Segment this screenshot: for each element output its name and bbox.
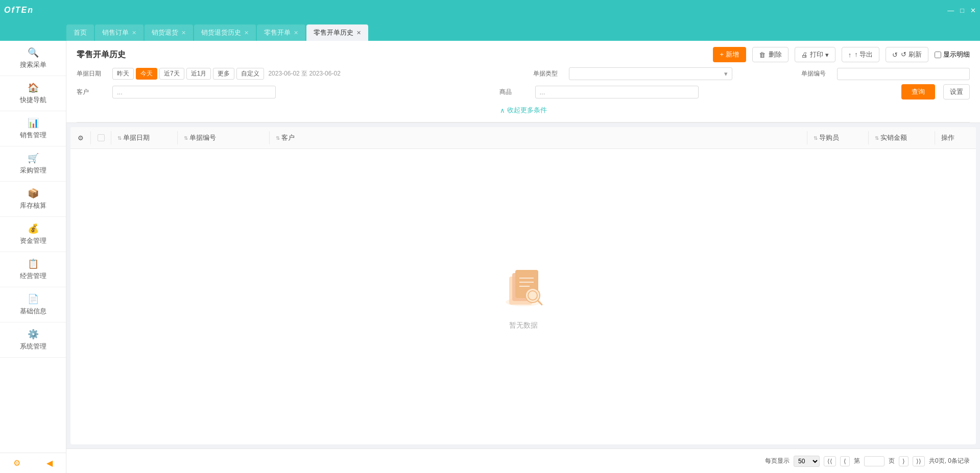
export-button[interactable]: ↑ ↑ 导出: [842, 47, 880, 62]
sidebar-item-finance[interactable]: 💰 资金管理: [0, 217, 66, 252]
tab-sales-return-history-close[interactable]: ✕: [244, 30, 249, 36]
per-page-select[interactable]: 50 10 20 100: [794, 456, 820, 467]
sidebar-bottom: ⚙ ◀: [0, 453, 66, 473]
bill-no-input[interactable]: [837, 68, 970, 80]
display-detail-checkbox-row[interactable]: 显示明细: [935, 50, 970, 59]
page-label: 第: [854, 457, 860, 465]
collapse-label: 收起更多条件: [507, 106, 547, 115]
sidebar-item-search[interactable]: 🔍 搜索采单: [0, 41, 66, 76]
tab-sales-return[interactable]: 销货退货 ✕: [145, 24, 193, 41]
sales-icon: 📊: [28, 117, 39, 129]
bill-no-label: 单据编号: [801, 69, 832, 78]
sidebar-item-inventory[interactable]: 📦 库存核算: [0, 182, 66, 217]
customer-select[interactable]: ...: [112, 86, 276, 98]
refresh-icon: ↺: [892, 51, 898, 59]
main-layout: 🔍 搜索采单 🏠 快捷导航 📊 销售管理 🛒 采购管理 📦 库存核算 💰 资金管…: [0, 41, 980, 473]
empty-text: 暂无数据: [509, 321, 538, 330]
display-detail-checkbox[interactable]: [935, 52, 941, 58]
tab-sales-order-close[interactable]: ✕: [132, 30, 136, 36]
th-customer[interactable]: ⇅ 客户: [270, 131, 807, 144]
page-title: 零售开单历史: [77, 49, 126, 60]
tab-retail-open-label: 零售开单: [264, 28, 291, 37]
th-amount[interactable]: ⇅ 实销金额: [869, 131, 935, 144]
sort-billno-icon: ⇅: [184, 135, 188, 141]
prev-page-btn[interactable]: ⟨: [840, 456, 850, 466]
th-billno[interactable]: ⇅ 单据编号: [178, 131, 270, 144]
add-button[interactable]: + 新增: [713, 47, 746, 62]
tab-sales-return-label: 销货退货: [152, 28, 178, 37]
tab-retail-open-close[interactable]: ✕: [294, 30, 298, 36]
customer-dots: ...: [117, 88, 123, 96]
sidebar-item-finance-label: 资金管理: [20, 236, 46, 245]
bill-type-select[interactable]: ▾: [569, 67, 732, 80]
header-checkbox[interactable]: [98, 134, 105, 141]
sidebar-item-nav[interactable]: 🏠 快捷导航: [0, 76, 66, 111]
page-input[interactable]: 1: [864, 456, 885, 466]
sort-up-icon: ⇅: [117, 135, 122, 141]
table-area: ⚙ ⇅ 单据日期 ⇅ 单据编号 ⇅ 客户 ⇅: [70, 127, 976, 444]
last-page-btn[interactable]: ⟩⟩: [913, 456, 925, 466]
today-btn[interactable]: 今天: [136, 68, 157, 80]
tab-retail-open-history[interactable]: 零售开单历史 ✕: [306, 24, 368, 41]
settings-bottom-icon[interactable]: ⚙: [13, 458, 20, 468]
toolbar-buttons: + 新增 🗑 删除 🖨 打印 ▾ ↑ ↑ 导出 ↺: [713, 47, 970, 62]
delete-button[interactable]: 🗑 删除: [752, 47, 788, 62]
maximize-btn[interactable]: □: [960, 7, 964, 14]
tab-sales-order[interactable]: 销售订单 ✕: [95, 24, 144, 41]
tab-retail-open[interactable]: 零售开单 ✕: [257, 24, 305, 41]
collapse-arrow-icon: ∧: [500, 107, 505, 114]
tab-sales-order-label: 销售订单: [102, 28, 129, 37]
query-button[interactable]: 查询: [901, 84, 935, 99]
tab-sales-return-close[interactable]: ✕: [181, 30, 186, 36]
sidebar-item-system[interactable]: ⚙️ 系统管理: [0, 322, 66, 358]
th-guide[interactable]: ⇅ 导购员: [807, 131, 869, 144]
export-label: ↑ 导出: [854, 50, 873, 59]
th-checkbox[interactable]: [91, 131, 111, 144]
tab-retail-open-history-label: 零售开单历史: [314, 28, 353, 37]
sidebar-item-sales[interactable]: 📊 销售管理: [0, 111, 66, 146]
display-detail-label: 显示明细: [943, 50, 970, 59]
th-actions-label: 操作: [941, 133, 954, 142]
table-header: ⚙ ⇅ 单据日期 ⇅ 单据编号 ⇅ 客户 ⇅: [70, 127, 976, 149]
sidebar-item-operation[interactable]: 📋 经营管理: [0, 252, 66, 287]
refresh-button[interactable]: ↺ ↺ 刷新: [886, 47, 928, 62]
sidebar-item-sales-label: 销售管理: [20, 131, 46, 140]
tab-sales-return-history[interactable]: 销货退货历史 ✕: [194, 24, 256, 41]
minimize-btn[interactable]: —: [947, 7, 954, 14]
basic-icon: 📄: [28, 293, 39, 305]
finance-icon: 💰: [28, 223, 39, 234]
month-btn[interactable]: 近1月: [186, 68, 211, 80]
product-dots: ...: [540, 88, 545, 96]
brand-logo: OfTEn: [4, 6, 34, 15]
collapse-sidebar-icon[interactable]: ◀: [46, 458, 53, 468]
close-btn[interactable]: ✕: [970, 7, 976, 14]
sidebar-item-system-label: 系统管理: [20, 342, 46, 351]
print-label: 打印: [810, 50, 823, 59]
print-button[interactable]: 🖨 打印 ▾: [795, 47, 835, 62]
next-page-btn[interactable]: ⟩: [899, 456, 909, 466]
setting-button[interactable]: 设置: [943, 84, 970, 99]
collapse-row: ∧ 收起更多条件: [77, 104, 970, 117]
th-settings[interactable]: ⚙: [70, 131, 91, 144]
first-page-btn[interactable]: ⟨⟨: [824, 456, 836, 466]
tab-retail-open-history-close[interactable]: ✕: [356, 30, 361, 36]
yesterday-btn[interactable]: 昨天: [112, 68, 134, 80]
collapse-button[interactable]: ∧ 收起更多条件: [500, 104, 547, 117]
sidebar-item-basic[interactable]: 📄 基础信息: [0, 287, 66, 322]
date-label: 单据日期: [77, 69, 107, 78]
sort-customer-icon: ⇅: [276, 135, 280, 141]
print-arrow-icon: ▾: [825, 51, 829, 59]
th-actions: 操作: [935, 131, 976, 144]
th-date[interactable]: ⇅ 单据日期: [111, 131, 178, 144]
week-btn[interactable]: 近7天: [159, 68, 184, 80]
content-area: 零售开单历史 + 新增 🗑 删除 🖨 打印 ▾ ↑ ↑ 导出: [66, 41, 980, 473]
sidebar-item-operation-label: 经营管理: [20, 271, 46, 281]
export-icon: ↑: [848, 51, 852, 59]
custom-btn[interactable]: 自定义: [236, 68, 264, 80]
tab-home[interactable]: 首页: [66, 24, 94, 41]
product-select[interactable]: ...: [535, 86, 699, 98]
bill-type-arrow-icon: ▾: [724, 70, 728, 78]
more-btn[interactable]: 更多: [213, 68, 234, 80]
refresh-label: ↺ 刷新: [901, 50, 922, 59]
sidebar-item-purchase[interactable]: 🛒 采购管理: [0, 146, 66, 182]
